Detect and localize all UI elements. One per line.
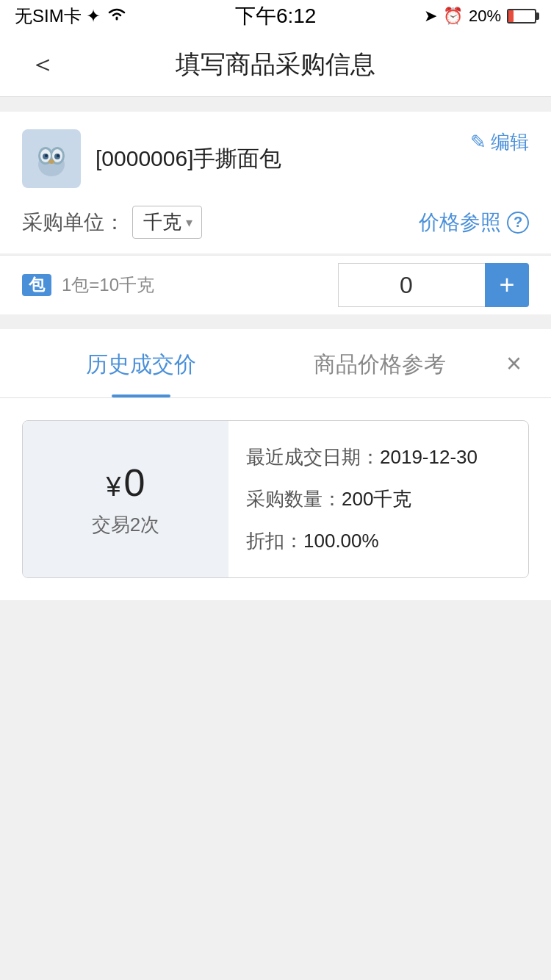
quantity-section: 包 1包=10千克 + bbox=[0, 255, 551, 314]
card-right: 最近成交日期：2019-12-30 采购数量：200千克 折扣：100.00% bbox=[228, 421, 528, 577]
edit-label: 编辑 bbox=[491, 129, 529, 155]
history-content: ¥ 0 交易2次 最近成交日期：2019-12-30 采购数量：200千克 折扣… bbox=[0, 398, 551, 600]
unit-label: 采购单位： 千克 ▾ bbox=[22, 206, 202, 239]
qty-conversion: 1包=10千克 bbox=[62, 273, 154, 297]
history-card: ¥ 0 交易2次 最近成交日期：2019-12-30 采购数量：200千克 折扣… bbox=[22, 420, 529, 578]
price-value: 0 bbox=[124, 461, 145, 505]
back-button[interactable]: ＜ bbox=[22, 39, 63, 90]
edit-button[interactable]: ✎ 编辑 bbox=[470, 129, 529, 155]
price-ref-label: 价格参照 bbox=[419, 209, 501, 237]
qty-detail-value: 200千克 bbox=[342, 488, 411, 510]
product-info: [0000006]手撕面包 bbox=[22, 129, 281, 188]
chevron-down-icon: ▾ bbox=[186, 215, 192, 231]
tab-product-label: 商品价格参考 bbox=[314, 352, 446, 376]
product-thumbnail bbox=[22, 129, 81, 188]
qty-plus-button[interactable]: + bbox=[485, 263, 529, 307]
date-value: 2019-12-30 bbox=[380, 446, 478, 468]
yuan-symbol: ¥ bbox=[107, 472, 121, 502]
date-label: 最近成交日期： bbox=[246, 446, 380, 468]
price-ref-button[interactable]: 价格参照 ? bbox=[419, 209, 529, 237]
unit-prefix: 采购单位： bbox=[22, 209, 125, 237]
battery-icon bbox=[507, 9, 536, 24]
product-section: [0000006]手撕面包 ✎ 编辑 采购单位： 千克 ▾ 价格参照 ? bbox=[0, 112, 551, 253]
card-left: ¥ 0 交易2次 bbox=[23, 421, 228, 577]
tab-product-price[interactable]: 商品价格参考 bbox=[260, 329, 498, 397]
page-header: ＜ 填写商品采购信息 bbox=[0, 32, 551, 97]
help-icon: ? bbox=[507, 212, 529, 234]
battery-pct: 20% bbox=[469, 7, 501, 26]
location-icon: ➤ bbox=[424, 7, 437, 26]
carrier-text: 无SIM卡 ✦ bbox=[15, 4, 101, 28]
status-right: ➤ ⏰ 20% bbox=[424, 7, 536, 26]
qty-input-area: + bbox=[338, 263, 529, 307]
tabs-container: 历史成交价 商品价格参考 × ¥ 0 交易2次 最近成交日期：2019-12-3… bbox=[0, 329, 551, 600]
bottom-space bbox=[0, 600, 551, 980]
qty-unit-label: 包 1包=10千克 bbox=[22, 273, 338, 297]
alarm-icon: ⏰ bbox=[443, 7, 463, 26]
package-icon: 包 bbox=[22, 274, 51, 296]
status-bar: 无SIM卡 ✦ 下午6:12 ➤ ⏰ 20% bbox=[0, 0, 551, 32]
svg-point-7 bbox=[45, 154, 48, 157]
status-left: 无SIM卡 ✦ bbox=[15, 4, 127, 28]
tab-close-button[interactable]: × bbox=[499, 343, 529, 384]
product-name: [0000006]手撕面包 bbox=[96, 144, 281, 174]
discount-row: 折扣：100.00% bbox=[246, 527, 511, 555]
edit-icon: ✎ bbox=[470, 131, 486, 154]
qty-detail-label: 采购数量： bbox=[246, 488, 342, 510]
date-row: 最近成交日期：2019-12-30 bbox=[246, 443, 511, 472]
unit-value: 千克 bbox=[143, 209, 181, 235]
page-title: 填写商品采购信息 bbox=[176, 48, 375, 82]
package-label: 包 bbox=[29, 274, 45, 296]
svg-point-9 bbox=[48, 159, 54, 164]
discount-value: 100.00% bbox=[303, 530, 379, 552]
tab-history-label: 历史成交价 bbox=[86, 352, 196, 376]
svg-point-8 bbox=[57, 154, 60, 157]
tab-history-price[interactable]: 历史成交价 bbox=[22, 329, 260, 397]
qty-row: 采购数量：200千克 bbox=[246, 485, 511, 514]
tabs-header: 历史成交价 商品价格参考 × bbox=[0, 329, 551, 398]
wifi-icon bbox=[107, 6, 127, 26]
trade-count: 交易2次 bbox=[92, 512, 159, 538]
status-time: 下午6:12 bbox=[235, 2, 317, 30]
unit-select[interactable]: 千克 ▾ bbox=[132, 206, 202, 239]
card-price: ¥ 0 bbox=[107, 461, 145, 505]
discount-label: 折扣： bbox=[246, 530, 303, 552]
quantity-input[interactable] bbox=[338, 263, 485, 307]
